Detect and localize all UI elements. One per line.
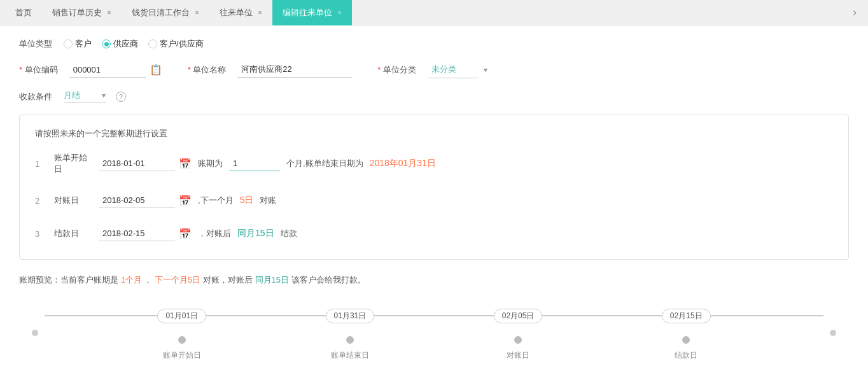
timeline-node-2 [346, 336, 354, 344]
timeline-point-2: 01月31日 账单结束日 [326, 309, 375, 361]
billing-start-label: 账单开始日 [54, 152, 92, 175]
main-content: 单位类型 客户 供应商 客户/供应商 单位编码 📋 单位名称 单位分类 [0, 25, 868, 387]
billing-payment-date-input[interactable] [99, 226, 175, 241]
payment-terms-row: 收款条件 月结 ▾ ? [19, 90, 849, 103]
billing-payment-pre: ，对账后 [198, 228, 231, 239]
unit-details-row: 单位编码 📋 单位名称 单位分类 未分类 ▾ [19, 61, 849, 78]
payment-terms-dropdown[interactable]: 月结 ▾ [64, 90, 106, 103]
unit-name-label: 单位名称 [188, 64, 227, 76]
preview-period-highlight: 1个月 [121, 275, 142, 285]
timeline-point-1: 01月01日 账单开始日 [157, 309, 206, 361]
unit-category-dropdown[interactable]: 未分类 ▾ [428, 61, 487, 78]
billing-row-1: 1 账单开始日 📅 账期为 个月,账单结束日期为 2018年01月31日 [35, 152, 833, 175]
timeline-start-dot [32, 318, 38, 336]
tab-cash-daily[interactable]: 钱货日清工作台 × [122, 0, 209, 25]
unit-category-value: 未分类 [428, 61, 479, 78]
tab-edit-partner[interactable]: 编辑往来单位 × [272, 0, 352, 25]
tab-home[interactable]: 首页 [5, 0, 42, 25]
billing-row-2: 2 对账日 📅 ,下一个月 5日 对账 [35, 193, 833, 208]
radio-supplier[interactable]: 供应商 [102, 38, 138, 50]
billing-row-num-3: 3 [35, 229, 48, 239]
radio-customer-supplier[interactable]: 客户/供应商 [148, 38, 204, 50]
billing-period-input[interactable] [229, 156, 280, 171]
unit-code-copy-icon[interactable]: 📋 [150, 64, 162, 76]
tab-more-button[interactable]: › [846, 6, 863, 19]
timeline-desc-3: 对账日 [507, 350, 529, 361]
unit-code-input[interactable] [69, 62, 146, 78]
payment-terms-arrow-icon: ▾ [102, 91, 106, 100]
radio-circle-customer-supplier [148, 39, 157, 48]
billing-payment-label: 结款日 [54, 228, 92, 239]
tab-bar: 首页 销售订单历史 × 钱货日清工作台 × 往来单位 × 编辑往来单位 × › [0, 0, 868, 25]
unit-category-arrow-icon: ▾ [484, 66, 487, 74]
timeline-desc-1: 账单开始日 [163, 350, 201, 361]
close-tab-cash-daily[interactable]: × [195, 8, 199, 17]
unit-type-label: 单位类型 [19, 38, 52, 50]
billing-period-pre-label: 账期为 [198, 158, 223, 169]
billing-statement-label: 对账日 [54, 195, 92, 206]
billing-payment-date-calendar-icon[interactable]: 📅 [179, 228, 192, 240]
radio-circle-supplier [102, 39, 111, 48]
billing-payment-date-group: 📅 [99, 226, 192, 241]
timeline-left-dot [32, 330, 38, 336]
unit-code-group: 📋 [69, 62, 162, 78]
timeline-right-dot [830, 330, 836, 336]
billing-period-suffix: 个月,账单结束日期为 [286, 158, 363, 169]
billing-end-date-highlight: 2018年01月31日 [370, 158, 436, 169]
preview-text: 账期预览：当前客户账期是 1个月 ， 下一个月5日 对账，对账后 同月15日 该… [19, 272, 849, 287]
billing-statement-day-highlight: 5日 [240, 195, 254, 206]
unit-category-label: 单位分类 [377, 64, 416, 76]
preview-payment-highlight: 同月15日 [255, 275, 289, 285]
timeline-point-3: 02月05日 对账日 [494, 309, 543, 361]
billing-statement-date-group: 📅 [99, 193, 192, 208]
tab-sales-history[interactable]: 销售订单历史 × [42, 0, 122, 25]
close-tab-edit-partner[interactable]: × [337, 8, 342, 17]
timeline-desc-4: 结款日 [675, 350, 697, 361]
radio-customer[interactable]: 客户 [64, 38, 92, 50]
billing-statement-date-input[interactable] [99, 193, 175, 208]
timeline-node-4 [682, 336, 690, 344]
preview-label: 账期预览：当前客户账期是 [19, 275, 118, 285]
preview-mid2: 对账，对账后 [203, 275, 253, 285]
billing-section: 请按照未来的一个完整帐期进行设置 1 账单开始日 📅 账期为 个月,账单结束日期… [19, 115, 849, 260]
billing-payment-day-highlight: 同月15日 [237, 228, 274, 239]
billing-statement-pre: ,下一个月 [198, 195, 234, 206]
radio-group-unit-type: 客户 供应商 客户/供应商 [64, 38, 204, 50]
payment-terms-value: 月结 [64, 90, 80, 101]
preview-mid1: ， [144, 275, 152, 285]
payment-terms-help-icon[interactable]: ? [116, 92, 126, 102]
billing-payment-post: 结款 [281, 228, 297, 239]
unit-code-label: 单位编码 [19, 64, 58, 76]
close-tab-partner-units[interactable]: × [258, 8, 262, 17]
timeline-label-2: 01月31日 [326, 309, 375, 323]
unit-type-row: 单位类型 客户 供应商 客户/供应商 [19, 38, 849, 50]
timeline-points: 01月01日 账单开始日 01月31日 账单结束日 02月05日 对账日 02月… [32, 309, 836, 361]
billing-start-date-group: 📅 [99, 156, 192, 171]
close-tab-sales-history[interactable]: × [107, 8, 111, 17]
payment-terms-label: 收款条件 [19, 91, 52, 102]
billing-statement-date-calendar-icon[interactable]: 📅 [179, 195, 192, 207]
timeline-desc-2: 账单结束日 [331, 350, 369, 361]
billing-start-date-input[interactable] [99, 156, 175, 171]
billing-start-date-calendar-icon[interactable]: 📅 [179, 158, 192, 170]
billing-section-title: 请按照未来的一个完整帐期进行设置 [35, 128, 833, 139]
unit-name-input[interactable] [237, 62, 352, 78]
timeline-label-3: 02月05日 [494, 309, 543, 323]
preview-statement-highlight: 下一个月5日 [155, 275, 200, 285]
timeline-end-dot-container [830, 318, 836, 336]
tab-partner-units[interactable]: 往来单位 × [209, 0, 272, 25]
timeline-node-1 [178, 336, 186, 344]
timeline-label-1: 01月01日 [157, 309, 206, 323]
timeline-label-4: 02月15日 [662, 309, 711, 323]
timeline-node-3 [514, 336, 522, 344]
billing-row-num-1: 1 [35, 159, 48, 169]
preview-suffix: 该客户会给我打款。 [291, 275, 366, 285]
billing-row-3: 3 结款日 📅 ，对账后 同月15日 结款 [35, 226, 833, 241]
timeline: 01月01日 账单开始日 01月31日 账单结束日 02月05日 对账日 02月… [19, 302, 849, 367]
radio-circle-customer [64, 39, 73, 48]
billing-row-num-2: 2 [35, 196, 48, 206]
timeline-point-4: 02月15日 结款日 [662, 309, 711, 361]
billing-statement-post: 对账 [260, 195, 276, 206]
